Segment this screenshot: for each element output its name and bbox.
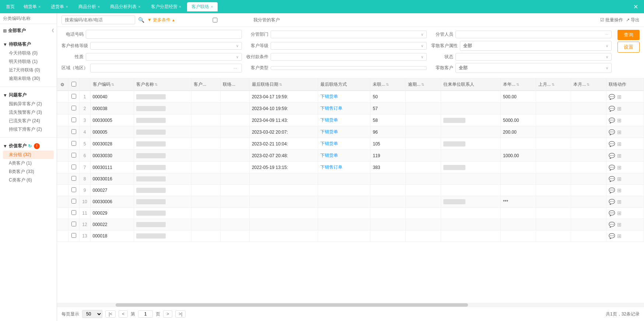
next-page-button[interactable]: >	[163, 310, 172, 318]
message-action-icon[interactable]: 💬	[609, 176, 615, 182]
sidebar-item-loss-warning[interactable]: 流失预警客户 (3)	[3, 108, 54, 117]
sidebar-item-today[interactable]: 今天待联络 (0)	[3, 49, 54, 57]
message-action-icon[interactable]: 💬	[609, 222, 615, 227]
tab-sales[interactable]: 销货单 ×	[19, 2, 45, 11]
value-customers-header[interactable]: ▼ 价值客户 ↻ !	[3, 141, 54, 151]
message-action-icon[interactable]: 💬	[609, 199, 615, 205]
refresh-icon[interactable]: ↻	[28, 144, 32, 149]
row-checkbox[interactable]	[71, 233, 76, 238]
region-select[interactable]: ···	[90, 64, 242, 73]
region-more-icon[interactable]: ···	[232, 66, 239, 71]
retail-attr-select[interactable]: 全部 ∨	[460, 41, 612, 51]
sidebar-item-declining[interactable]: 持续下滑客户 (2)	[3, 125, 54, 134]
grid-action-icon[interactable]: ⊞	[617, 94, 622, 100]
message-action-icon[interactable]: 💬	[609, 141, 615, 147]
my-customers-checkbox[interactable]	[178, 18, 252, 22]
contact-type-link[interactable]: 下销售订单	[320, 165, 342, 170]
col-last-month[interactable]: 上月... ⇅	[536, 78, 571, 91]
close-customer-tier-tab[interactable]: ×	[179, 4, 181, 9]
col-code[interactable]: 客户编码 ⇅	[90, 78, 134, 91]
window-close-button[interactable]: ✕	[630, 3, 641, 10]
phone-input[interactable]	[86, 30, 242, 39]
grid-action-icon[interactable]: ⊞	[617, 117, 622, 123]
tab-product-list[interactable]: 商品分析列表 ×	[106, 2, 145, 11]
col-days-no-contact[interactable]: 未联... ⇅	[370, 78, 406, 91]
sidebar-item-7days[interactable]: 近7天待联络 (0)	[3, 66, 54, 74]
pending-contact-header[interactable]: ▼ 待联络客户	[3, 40, 54, 49]
col-contact[interactable]: 联络...	[221, 78, 250, 91]
tab-product-analysis[interactable]: 商品分析 ×	[74, 2, 104, 11]
row-checkbox[interactable]	[71, 176, 76, 181]
status-select[interactable]: ∨	[455, 53, 612, 61]
tab-customer-contact[interactable]: 客户联络 ×	[187, 2, 217, 11]
message-action-icon[interactable]: 💬	[609, 106, 615, 112]
col-overdue[interactable]: 逾期... ⇅	[406, 78, 441, 91]
sidebar-item-class-c[interactable]: C类客户 (6)	[3, 176, 54, 184]
col-settings[interactable]: ⚙	[57, 78, 68, 91]
horizontal-scrollbar[interactable]	[57, 303, 644, 307]
sidebar-search-input[interactable]	[3, 16, 57, 21]
col-last-contact-type[interactable]: 最后联络方式	[318, 78, 370, 91]
bulk-operations-button[interactable]: ☑ 批量操作	[600, 17, 623, 23]
message-action-icon[interactable]: 💬	[609, 153, 615, 159]
query-button[interactable]: 查询	[617, 30, 640, 40]
message-action-icon[interactable]: 💬	[609, 129, 615, 135]
col-name[interactable]: 客户名称 ⇅	[134, 78, 191, 91]
close-product-analysis-tab[interactable]: ×	[98, 4, 100, 9]
search-button[interactable]: 🔍	[138, 17, 144, 23]
row-checkbox[interactable]	[71, 187, 76, 192]
col-type[interactable]: 客户...	[191, 78, 221, 91]
last-page-button[interactable]: >|	[175, 310, 186, 318]
grid-action-icon[interactable]: ⊞	[617, 222, 622, 227]
all-customers-header[interactable]: ⊞ 全部客户 《	[3, 26, 54, 35]
customer-level-select[interactable]: ∨	[271, 42, 427, 50]
sidebar-item-class-a[interactable]: A类客户 (1)	[3, 159, 54, 167]
price-level-select[interactable]: ∨	[90, 42, 242, 50]
message-action-icon[interactable]: 💬	[609, 233, 615, 239]
sidebar-item-lost[interactable]: 已流失客户 (24)	[3, 117, 54, 125]
row-checkbox[interactable]	[71, 210, 76, 215]
message-action-icon[interactable]: 💬	[609, 187, 615, 193]
grid-action-icon[interactable]: ⊞	[617, 199, 622, 205]
page-number-input[interactable]	[138, 310, 153, 318]
row-checkbox[interactable]	[71, 117, 76, 122]
message-action-icon[interactable]: 💬	[609, 210, 615, 216]
sidebar-item-ungroups[interactable]: 未分组 (32)	[3, 151, 54, 159]
col-unit-contact[interactable]: 往来单位联系人	[441, 78, 501, 91]
row-checkbox[interactable]	[71, 94, 76, 99]
row-checkbox[interactable]	[71, 153, 76, 158]
contact-type-link[interactable]: 下销售订单	[320, 106, 342, 111]
row-checkbox[interactable]	[71, 199, 76, 204]
contact-type-link[interactable]: 下销货单	[320, 94, 338, 99]
row-checkbox[interactable]	[71, 165, 76, 169]
row-checkbox[interactable]	[71, 129, 76, 134]
tab-customer-tier[interactable]: 客户分层经营 ×	[147, 2, 186, 11]
contact-type-link[interactable]: 下销货单	[320, 141, 338, 146]
grid-action-icon[interactable]: ⊞	[617, 153, 622, 159]
scrollbar-thumb[interactable]	[116, 303, 468, 307]
grid-action-icon[interactable]: ⊞	[617, 176, 622, 182]
dept-select[interactable]: ∨	[271, 31, 427, 38]
prev-page-button[interactable]: <	[119, 310, 128, 318]
tab-home[interactable]: 首页	[3, 2, 18, 11]
close-sales-tab[interactable]: ×	[38, 4, 41, 9]
sidebar-item-tomorrow[interactable]: 明天待联络 (1)	[3, 57, 54, 66]
sidebar-item-abnormal[interactable]: 囤购异常客户 (2)	[3, 100, 54, 108]
grid-action-icon[interactable]: ⊞	[617, 187, 622, 193]
tab-purchase[interactable]: 进货单 ×	[46, 2, 72, 11]
row-checkbox[interactable]	[71, 106, 76, 110]
more-conditions-button[interactable]: ▼ 更多条件 ▲	[147, 17, 175, 23]
grid-action-icon[interactable]: ⊞	[617, 233, 622, 239]
close-purchase-tab[interactable]: ×	[66, 4, 68, 9]
sidebar-item-class-b[interactable]: B类客户 (33)	[3, 167, 54, 176]
reset-button[interactable]: 设置	[617, 42, 640, 53]
problem-customers-header[interactable]: ▼ 问题客户	[3, 91, 54, 100]
manager-select[interactable]: ···	[455, 31, 612, 38]
grid-action-icon[interactable]: ⊞	[617, 210, 622, 216]
grid-action-icon[interactable]: ⊞	[617, 165, 622, 170]
contact-type-link[interactable]: 下销货单	[320, 129, 338, 134]
message-action-icon[interactable]: 💬	[609, 165, 615, 170]
nature-select[interactable]: ∨	[86, 53, 242, 61]
retail-customer-select[interactable]: 全部 ∨	[455, 63, 612, 73]
col-last-contact-date[interactable]: 最后联络日期 ⇅	[249, 78, 318, 91]
